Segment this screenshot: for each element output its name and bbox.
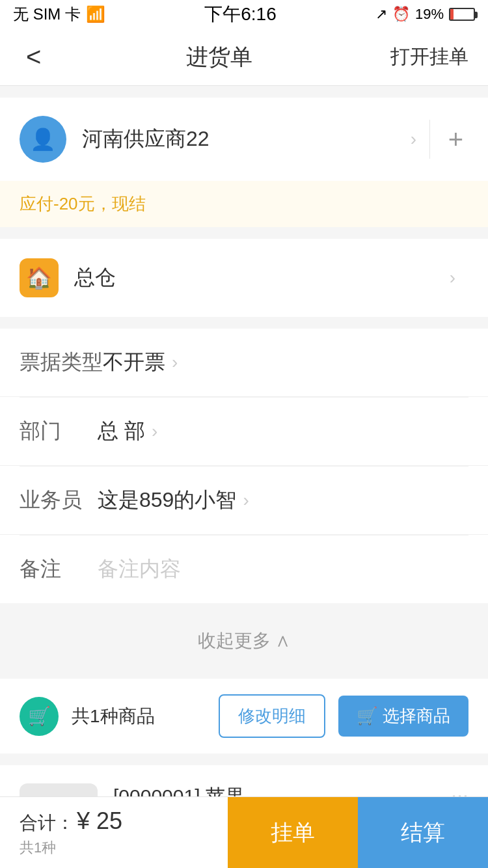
- salesperson-label: 业务员: [20, 486, 98, 515]
- supplier-avatar: 👤: [20, 116, 66, 163]
- back-button[interactable]: <: [20, 36, 47, 78]
- product-cart-icon: 🛒: [20, 697, 59, 736]
- remark-placeholder: 备注内容: [98, 555, 181, 584]
- location-icon: ↗: [375, 6, 387, 23]
- product-count-label: 共1种商品: [72, 704, 206, 729]
- form-section: 票据类型 不开票 › 部门 总 部 › 业务员 这是859的小智 › 备注 备注…: [0, 329, 488, 603]
- salesperson-row[interactable]: 业务员 这是859的小智 ›: [0, 467, 488, 535]
- nav-bar: < 进货单 打开挂单: [0, 29, 488, 86]
- bottom-bar: 合计： ¥ 25 共1种 挂单 结算: [0, 796, 488, 868]
- avatar-icon: 👤: [30, 127, 56, 152]
- page-title: 进货单: [186, 42, 252, 72]
- select-product-label: 选择商品: [383, 705, 450, 727]
- select-product-button[interactable]: 🛒 选择商品: [338, 696, 468, 737]
- department-label: 部门: [20, 417, 98, 446]
- total-amount: ¥ 25: [77, 807, 122, 835]
- warehouse-section: 🏠 总仓 ›: [0, 239, 488, 317]
- invoice-chevron-icon: ›: [172, 352, 178, 373]
- cart-symbol: 🛒: [28, 705, 51, 727]
- open-hold-button[interactable]: 打开挂单: [390, 44, 468, 70]
- total-count: 共1种: [20, 838, 208, 858]
- product-bar: 🛒 共1种商品 修改明细 🛒 选择商品: [0, 679, 488, 753]
- invoice-type-row[interactable]: 票据类型 不开票 ›: [0, 329, 488, 397]
- status-bar-right: ↗ ⏰ 19%: [375, 6, 475, 23]
- salesperson-value: 这是859的小智: [98, 486, 236, 515]
- product-bar-section: 🛒 共1种商品 修改明细 🛒 选择商品: [0, 679, 488, 753]
- department-chevron-icon: ›: [152, 421, 157, 442]
- supplier-name: 河南供应商22: [82, 125, 411, 154]
- wifi-icon: 📶: [86, 5, 105, 23]
- department-value: 总 部: [98, 417, 145, 446]
- status-bar: 无 SIM 卡 📶 下午6:16 ↗ ⏰ 19%: [0, 0, 488, 29]
- remark-label: 备注: [20, 555, 98, 584]
- warehouse-name: 总仓: [74, 264, 450, 292]
- battery-label: 19%: [415, 6, 444, 23]
- supplier-notice: 应付-20元，现结: [0, 181, 488, 227]
- checkout-button[interactable]: 结算: [358, 797, 488, 868]
- total-area: 合计： ¥ 25 共1种: [0, 797, 228, 868]
- total-row: 合计： ¥ 25: [20, 807, 208, 835]
- status-bar-left: 无 SIM 卡 📶: [13, 4, 105, 25]
- status-bar-time: 下午6:16: [204, 2, 277, 27]
- alarm-icon: ⏰: [392, 6, 410, 23]
- invoice-type-value: 不开票: [103, 348, 165, 377]
- invoice-type-label: 票据类型: [20, 348, 103, 377]
- hold-button[interactable]: 挂单: [228, 797, 358, 868]
- edit-detail-button[interactable]: 修改明细: [219, 694, 325, 738]
- supplier-section: 👤 河南供应商22 › + 应付-20元，现结: [0, 98, 488, 227]
- warehouse-icon: 🏠: [20, 258, 59, 297]
- warehouse-row[interactable]: 🏠 总仓 ›: [0, 239, 488, 317]
- total-label: 合计：: [20, 811, 74, 835]
- select-cart-icon: 🛒: [357, 706, 377, 726]
- battery-icon: [449, 8, 475, 21]
- supplier-add-button[interactable]: +: [429, 120, 468, 159]
- carrier-label: 无 SIM 卡: [13, 4, 81, 25]
- supplier-row[interactable]: 👤 河南供应商22 › +: [0, 98, 488, 181]
- warehouse-chevron-icon: ›: [450, 267, 455, 288]
- department-row[interactable]: 部门 总 部 ›: [0, 398, 488, 466]
- supplier-chevron-icon: ›: [411, 129, 416, 150]
- remark-row[interactable]: 备注 备注内容: [0, 536, 488, 603]
- collapse-bar[interactable]: 收起更多 ∧: [0, 615, 488, 667]
- salesperson-chevron-icon: ›: [243, 490, 249, 511]
